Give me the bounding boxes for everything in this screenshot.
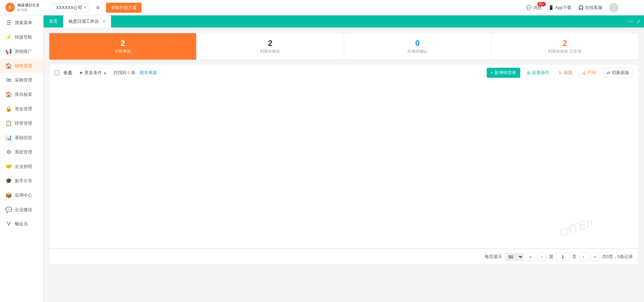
sidebar-item-finance[interactable]: 🔒 资金管理	[0, 102, 43, 116]
sidebar-label-weixin: 企业微信	[15, 207, 32, 213]
table-area	[49, 81, 639, 249]
switch-new-version-button[interactable]: ⇄ 切换新版	[603, 68, 633, 78]
sidebar-label-sales: 销售管理	[15, 63, 32, 69]
print-label: 打印	[588, 70, 596, 76]
service-icon: 🎧	[578, 5, 584, 10]
stat-label-all: 全部单据	[57, 49, 188, 54]
company-selector[interactable]: XXXXXX公司 ▾	[52, 3, 90, 12]
sidebar-item-guide[interactable]: 🎓 新手引导	[0, 174, 43, 188]
count-prefix: 共找到	[113, 70, 126, 75]
refresh-button[interactable]: ↻ 刷新	[556, 68, 575, 77]
stat-number-overdue: 2	[205, 39, 335, 48]
message-badge: 99+	[537, 2, 546, 6]
new-sales-order-button[interactable]: + 新增销货单	[487, 68, 520, 78]
filter-button[interactable]: ▼ 更多条件 ∨	[76, 68, 109, 77]
sidebar-item-system[interactable]: ⚙ 系统管理	[0, 145, 43, 159]
sidebar-item-operations[interactable]: 📋 经营管理	[0, 116, 43, 130]
sidebar-item-search[interactable]: ☰ 搜索菜单	[0, 15, 43, 30]
filter-icon: ▼	[79, 70, 83, 75]
sidebar-label-basic-info: 基础信息	[15, 135, 32, 141]
batch-operations-button[interactable]: ⊞ 批量操作	[524, 68, 552, 77]
stat-number-all: 2	[57, 39, 188, 48]
total-info: 共0页，0条记录	[602, 254, 633, 260]
sidebar-item-basic-info[interactable]: 📊 基础信息	[0, 130, 43, 145]
sidebar-label-app-center: 应用中心	[15, 192, 32, 198]
page-number-input[interactable]	[556, 252, 570, 261]
related-records-link[interactable]: 相关单据	[140, 70, 157, 76]
next-page-button[interactable]: ›	[579, 252, 588, 261]
first-page-button[interactable]: «	[526, 252, 535, 261]
count-text: 共找到 0 条	[113, 70, 136, 76]
stat-card-overdue[interactable]: 2 到期未收款	[197, 33, 344, 60]
member-icon: V	[5, 221, 12, 227]
count-value: 0	[128, 70, 130, 75]
count-unit: 条	[131, 70, 136, 75]
finance-icon: 🔒	[5, 106, 12, 112]
app-download-button[interactable]: 📱 App下载	[548, 5, 572, 11]
next-page-icon: ›	[583, 254, 584, 259]
tab-home[interactable]: 首页	[44, 15, 63, 27]
prev-page-button[interactable]: ‹	[538, 252, 546, 261]
sidebar-label-member: 畅会员	[15, 221, 28, 227]
sidebar-label-purchase: 采购管理	[15, 77, 32, 83]
sidebar-item-quick-nav[interactable]: ⚡ 快捷导航	[0, 30, 43, 44]
tab-expand-button[interactable]: ⤢	[636, 18, 641, 25]
top-header: 6 畅捷通好生意 标准版 XXXXXX公司 ▾ ⚙ 体验行业方案 💬 消息 99…	[0, 0, 644, 15]
select-all-checkbox[interactable]	[55, 70, 59, 75]
sidebar-item-app-center[interactable]: 📦 应用中心	[0, 188, 43, 202]
settings-button[interactable]: ⚙	[93, 3, 103, 12]
last-page-button[interactable]: »	[591, 252, 599, 261]
stat-number-overdue-shipped: 2	[499, 39, 630, 48]
page-size-select[interactable]: 50 100 200	[505, 253, 524, 261]
message-button[interactable]: 💬 消息 99+	[526, 5, 542, 11]
company-dropdown-arrow: ▾	[84, 5, 86, 10]
online-service-button[interactable]: 🎧 在线客服	[578, 5, 602, 11]
sidebar-item-purchase[interactable]: 🛍 采购管理	[0, 73, 43, 87]
sidebar-item-inventory[interactable]: 🏠 库存核算	[0, 87, 43, 102]
tab-close-icon[interactable]: ✕	[102, 19, 106, 24]
tab-workbench[interactable]: 钱货日清工作台 ✕	[63, 15, 111, 27]
sidebar-item-marketing[interactable]: 📢 营销推广	[0, 44, 43, 59]
batch-label: 批量操作	[532, 70, 549, 76]
avatar[interactable]	[609, 3, 619, 12]
stat-label-overdue: 到期未收款	[205, 49, 335, 54]
app-download-label: App下载	[555, 5, 572, 11]
sidebar-item-cooperation[interactable]: 🤝 企业协同	[0, 159, 43, 174]
online-service-label: 在线客服	[585, 5, 602, 11]
stat-card-overdue-shipped[interactable]: 2 到期未收款 已出库	[491, 33, 638, 60]
app-center-icon: 📦	[5, 192, 12, 198]
tab-bar: 首页 钱货日清工作台 ✕ — ⤢	[44, 15, 644, 27]
sidebar-item-weixin[interactable]: 💬 企业微信	[0, 202, 43, 217]
print-icon: 🖨	[582, 70, 586, 75]
sidebar-label-cooperation: 企业协同	[15, 164, 32, 170]
experience-button[interactable]: 体验行业方案	[106, 3, 142, 13]
sidebar-label-search: 搜索菜单	[15, 20, 32, 26]
tab-workbench-label: 钱货日清工作台	[68, 18, 99, 24]
sidebar-label-guide: 新手引导	[15, 178, 32, 184]
sidebar-item-sales[interactable]: 🏠 销售管理	[0, 59, 43, 73]
stat-label-overdue-shipped: 到期未收款 已出库	[499, 49, 630, 54]
logo-area: 6 畅捷通好生意 标准版	[5, 3, 49, 12]
gear-icon: ⚙	[96, 5, 100, 10]
logo-icon: 6	[5, 3, 15, 12]
logo-text: 畅捷通好生意	[17, 3, 40, 7]
weixin-icon: 💬	[5, 206, 12, 213]
print-button[interactable]: 🖨 打印	[579, 68, 599, 77]
stat-card-all[interactable]: 2 全部单据	[49, 33, 197, 60]
refresh-icon: ↻	[559, 70, 562, 75]
purchase-icon: 🛍	[5, 77, 12, 83]
refresh-label: 刷新	[564, 70, 573, 76]
tab-minimize-button[interactable]: —	[628, 18, 634, 24]
page-prefix-label: 第	[549, 254, 553, 260]
sidebar-item-member[interactable]: V 畅会员	[0, 217, 43, 231]
search-menu-icon: ☰	[5, 19, 12, 26]
select-all-label: 全选	[63, 70, 72, 76]
toolbar-right: + 新增销货单 ⊞ 批量操作 ↻ 刷新 🖨 打印 ⇄ 切换新版	[487, 68, 633, 78]
avatar-name[interactable]	[625, 3, 639, 12]
page-size-label: 每页显示	[485, 254, 502, 260]
app-download-icon: 📱	[548, 5, 554, 10]
pagination-bar: 每页显示 50 100 200 « ‹ 第 页 › » 共0页，0条记录	[49, 249, 639, 265]
prev-page-icon: ‹	[541, 254, 543, 259]
stat-card-pending[interactable]: 0 旺辅待确认	[344, 33, 491, 60]
sidebar-label-finance: 资金管理	[15, 106, 32, 112]
